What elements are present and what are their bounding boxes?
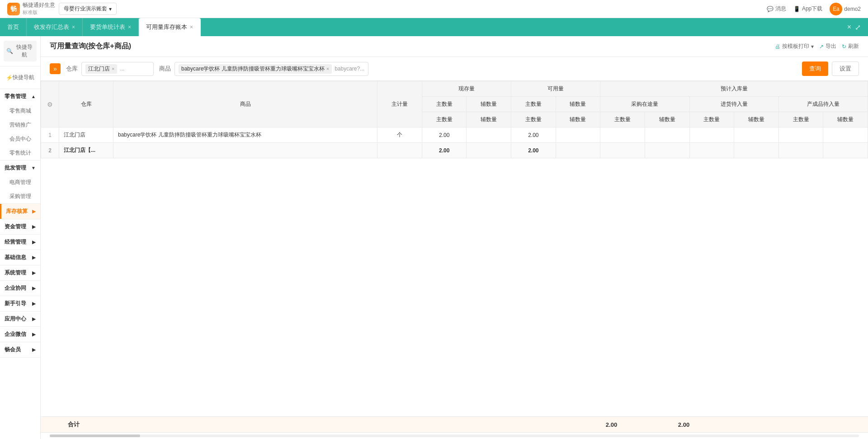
row-unit-2 — [377, 143, 422, 158]
filter-actions: 查询 设置 — [802, 61, 859, 76]
expand-icon: » — [53, 65, 57, 72]
row-index-1: 1 — [41, 127, 59, 143]
th-incoming-aux: 辅数量 — [734, 112, 779, 127]
export-button[interactable]: ↗ 导出 — [819, 42, 836, 50]
section-operation-mgmt-header[interactable]: 经营管理 ▶ — [0, 235, 40, 250]
warehouse-tag-remove[interactable]: × — [112, 66, 114, 71]
message-button[interactable]: 💬 消息 — [767, 5, 786, 13]
row-stock-aux-1 — [467, 127, 511, 143]
print-icon: 🖨 — [775, 43, 780, 50]
section-basic-info: 基础信息 ▶ — [0, 250, 40, 265]
sidebar-item-retail-stats[interactable]: 零售统计 — [0, 146, 40, 160]
th-incoming-main: 主数量 — [689, 112, 734, 127]
row-product-1: babycare学饮杯 儿童防摔防撞吸管杯重力球吸嘴杯宝宝水杯 — [113, 127, 377, 143]
footer-total-label: 合计 — [50, 420, 122, 429]
page-title: 可用量查询(按仓库+商品) — [50, 42, 131, 51]
tab-bar: 首页 收发存汇总表 × 要货单统计表 × 可用量库存账本 × × ⤢ — [0, 18, 868, 36]
section-new-guide-header[interactable]: 新手引导 ▶ — [0, 296, 40, 311]
sidebar-item-marketing[interactable]: 营销推广 — [0, 118, 40, 132]
section-basic-info-header[interactable]: 基础信息 ▶ — [0, 250, 40, 265]
tab-receive-pay[interactable]: 收发存汇总表 × — [27, 18, 83, 36]
refresh-button[interactable]: ↻ 刷新 — [842, 42, 859, 50]
template-print-button[interactable]: 🖨 按模板打印 ▾ — [775, 42, 814, 50]
th-incoming-pending: 进货待入量 — [689, 97, 778, 112]
row-index-2: 2 — [41, 143, 59, 158]
scroll-track — [50, 434, 859, 437]
sidebar-item-quick-nav[interactable]: ⚡ 快捷导航 — [0, 70, 40, 85]
section-system-mgmt-header[interactable]: 系统管理 ▶ — [0, 265, 40, 280]
th-current-stock: 现存量 — [422, 81, 511, 97]
user-profile[interactable]: Ea demo2 — [830, 3, 861, 15]
product-tag-remove[interactable]: × — [326, 66, 329, 71]
section-enterprise-wechat-header[interactable]: 企业微信 ▶ — [0, 327, 40, 342]
row-incoming-aux-2 — [734, 143, 779, 158]
footer-avail-main: 2.00 — [666, 421, 702, 428]
section-finance-mgmt-header[interactable]: 资金管理 ▶ — [0, 219, 40, 234]
th-product: 商品 — [113, 81, 377, 127]
tab-receive-pay-close[interactable]: × — [72, 24, 75, 30]
section-vip-member: 畅会员 ▶ — [0, 342, 40, 358]
logo-area: 畅 畅捷通好生意 标准版 — [7, 2, 55, 16]
refresh-icon: ↻ — [842, 43, 846, 50]
warehouse-more[interactable]: ... — [120, 66, 124, 72]
scroll-thumb[interactable] — [50, 434, 140, 437]
section-enterprise-collab-header[interactable]: 企业协同 ▶ — [0, 281, 40, 296]
industry-selector[interactable]: 母婴行业演示账套 ▾ — [59, 3, 117, 15]
th-available: 可用量 — [511, 81, 600, 97]
row-production-main-2 — [778, 143, 823, 158]
sidebar: 🔍 快捷导航 ⚡ 快捷导航 零售管理 ▲ 零售商城 营销推广 会员中心 零售统计… — [0, 36, 41, 439]
row-purchase-main-2 — [600, 143, 645, 158]
th-avail-main: 主数量 — [511, 97, 556, 112]
warehouse-label: 仓库 — [66, 65, 78, 73]
th-settings[interactable]: ⚙ — [41, 81, 59, 127]
product-label: 商品 — [159, 65, 171, 73]
th-purchase-transit: 采购在途量 — [600, 97, 689, 112]
tab-close-all[interactable]: × — [847, 23, 851, 31]
section-retail-mgmt-header[interactable]: 零售管理 ▲ — [0, 89, 40, 104]
sidebar-item-ecommerce-mgmt[interactable]: 电商管理 — [0, 175, 40, 189]
tab-bar-actions: × ⤢ — [847, 23, 868, 32]
product-more[interactable]: babycare?... — [335, 66, 364, 72]
th-stock-main2: 主数量 — [422, 112, 467, 127]
tab-home[interactable]: 首页 — [0, 18, 27, 36]
logo-icon: 畅 — [7, 3, 20, 15]
settings-icon[interactable]: ⚙ — [47, 101, 53, 108]
table-footer: 合计 2.00 2.00 — [41, 416, 868, 432]
sidebar-item-member-center[interactable]: 会员中心 — [0, 132, 40, 146]
row-incoming-aux-1 — [734, 127, 779, 143]
section-app-center-header[interactable]: 应用中心 ▶ — [0, 312, 40, 326]
sidebar-item-retail-mall[interactable]: 零售商城 — [0, 104, 40, 118]
page-header-actions: 🖨 按模板打印 ▾ ↗ 导出 ↻ 刷新 — [775, 42, 859, 50]
tab-available-stock[interactable]: 可用量库存账本 × — [139, 18, 201, 36]
th-stock-aux: 辅数量 — [467, 97, 511, 112]
product-input[interactable]: babycare学饮杯 儿童防摔防撞吸管杯重力球吸嘴杯宝宝水杯 × babyca… — [175, 62, 368, 76]
sidebar-item-purchase-mgmt[interactable]: 采购管理 — [0, 189, 40, 203]
table-row: 2 江北门店【... 2.00 2.00 — [41, 143, 868, 158]
section-vip-member-header[interactable]: 畅会员 ▶ — [0, 342, 40, 357]
section-wholesale-mgmt-header[interactable]: 批发管理 ▼ — [0, 160, 40, 175]
filter-expand-button[interactable]: » — [50, 63, 61, 74]
warehouse-input[interactable]: 江北门店 × ... — [81, 62, 154, 76]
search-icon: 🔍 — [6, 48, 13, 54]
tab-order-stats[interactable]: 要货单统计表 × — [83, 18, 139, 36]
section-inventory-check-header[interactable]: 库存核算 ▶ — [0, 204, 40, 219]
data-table: ⚙ 仓库 商品 主计量 现存量 可用量 预计入库量 主数量 辅数量 主数量 辅数… — [41, 81, 868, 158]
app-download-button[interactable]: 📱 App下载 — [793, 5, 822, 13]
top-bar: 畅 畅捷通好生意 标准版 母婴行业演示账套 ▾ 💬 消息 📱 App下载 Ea … — [0, 0, 868, 18]
row-production-aux-2 — [823, 143, 868, 158]
settings-button[interactable]: 设置 — [832, 61, 859, 76]
search-menu-button[interactable]: 🔍 快捷导航 — [4, 41, 37, 61]
download-icon: 📱 — [793, 6, 800, 12]
chevron-right-icon: ▶ — [32, 286, 36, 291]
search-button[interactable]: 查询 — [802, 61, 828, 76]
tab-order-stats-close[interactable]: × — [128, 24, 131, 30]
tab-maximize[interactable]: ⤢ — [855, 23, 861, 32]
th-stock-aux2: 辅数量 — [467, 112, 511, 127]
row-production-aux-1 — [823, 127, 868, 143]
row-warehouse-1: 江北门店 — [59, 127, 113, 143]
section-system-mgmt: 系统管理 ▶ — [0, 265, 40, 281]
row-stock-main-2: 2.00 — [422, 143, 467, 158]
row-purchase-aux-2 — [645, 143, 689, 158]
top-bar-right: 💬 消息 📱 App下载 Ea demo2 — [767, 3, 861, 15]
tab-available-stock-close[interactable]: × — [190, 24, 193, 30]
